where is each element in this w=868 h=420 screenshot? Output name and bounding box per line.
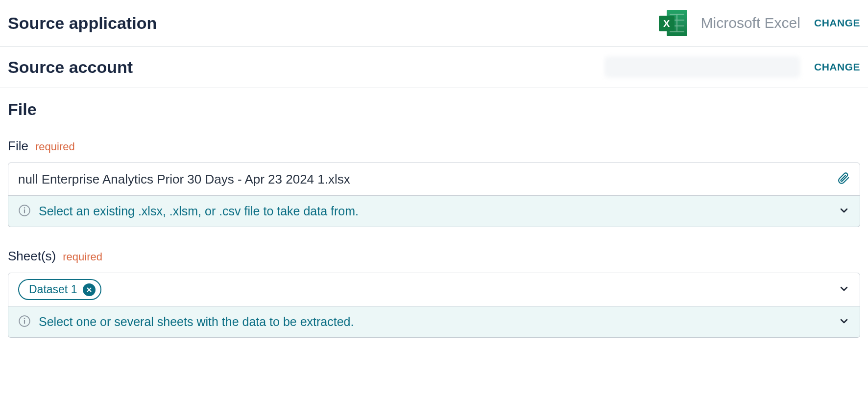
file-hint-text: Select an existing .xlsx, .xlsm, or .csv…	[39, 204, 838, 218]
file-hint-box[interactable]: Select an existing .xlsx, .xlsm, or .csv…	[8, 196, 860, 227]
info-icon	[18, 204, 31, 219]
source-application-title: Source application	[8, 14, 157, 33]
excel-icon: X	[659, 10, 687, 36]
sheet-chip: Dataset 1	[18, 279, 101, 300]
change-application-button[interactable]: CHANGE	[814, 17, 860, 29]
attachment-icon[interactable]	[837, 171, 850, 187]
sheets-input[interactable]: Dataset 1	[8, 273, 860, 306]
file-input-value: null Enterprise Analytics Prior 30 Days …	[18, 172, 837, 187]
remove-chip-icon[interactable]	[83, 283, 96, 296]
chevron-down-icon[interactable]	[838, 315, 850, 329]
svg-point-2	[24, 207, 25, 209]
source-application-name: Microsoft Excel	[701, 15, 800, 31]
sheets-required-tag: required	[63, 251, 102, 263]
chevron-down-icon[interactable]	[838, 205, 850, 218]
source-account-right: CHANGE	[604, 56, 860, 78]
file-field-group: File required null Enterprise Analytics …	[8, 139, 860, 227]
file-required-tag: required	[35, 140, 75, 153]
sheets-hint-text: Select one or several sheets with the da…	[39, 315, 838, 329]
sheets-field-group: Sheet(s) required Dataset 1	[8, 249, 860, 338]
sheets-hint-box[interactable]: Select one or several sheets with the da…	[8, 306, 860, 338]
change-account-button[interactable]: CHANGE	[814, 61, 860, 73]
file-field-label: File	[8, 139, 28, 154]
source-application-row: Source application X Microsoft Excel CHA…	[8, 10, 860, 36]
sheet-chip-label: Dataset 1	[29, 283, 77, 296]
sheets-label-row: Sheet(s) required	[8, 249, 860, 264]
file-label-row: File required	[8, 139, 860, 154]
sheets-field-label: Sheet(s)	[8, 249, 56, 264]
file-heading: File	[8, 100, 860, 119]
source-application-section: Source application X Microsoft Excel CHA…	[0, 0, 868, 47]
source-account-section: Source account CHANGE	[0, 47, 868, 88]
info-icon	[18, 315, 31, 329]
chevron-down-icon[interactable]	[838, 283, 850, 297]
file-section: File File required null Enterprise Analy…	[0, 88, 868, 379]
source-account-value-redacted	[604, 56, 800, 78]
svg-point-7	[24, 318, 25, 319]
source-application-right: X Microsoft Excel CHANGE	[659, 10, 860, 36]
source-account-title: Source account	[8, 58, 133, 77]
file-input[interactable]: null Enterprise Analytics Prior 30 Days …	[8, 163, 860, 196]
source-account-row: Source account CHANGE	[8, 56, 860, 78]
